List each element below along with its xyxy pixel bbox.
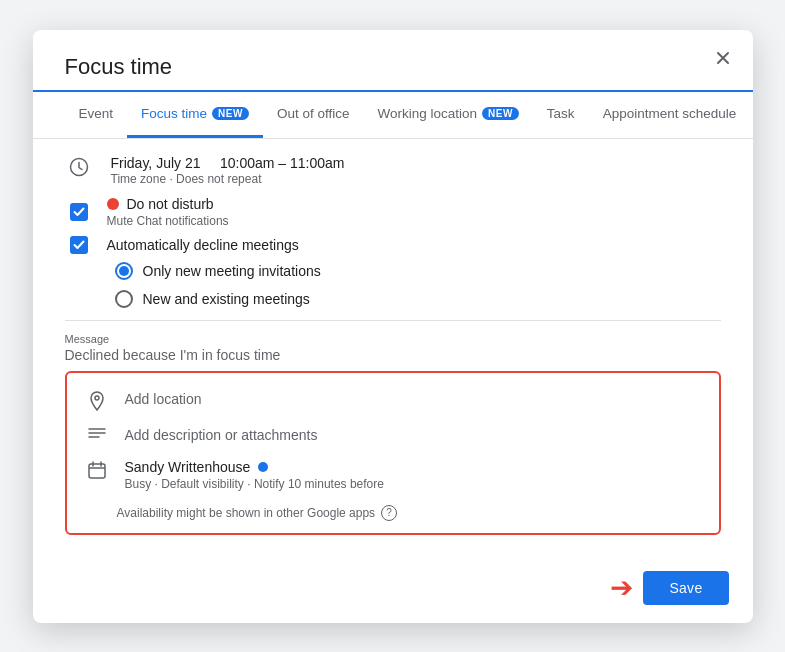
message-text: Declined because I'm in focus time xyxy=(65,347,721,363)
tab-focus-time[interactable]: Focus time NEW xyxy=(127,92,263,138)
radio-new-existing[interactable]: New and existing meetings xyxy=(115,290,721,308)
location-icon xyxy=(83,391,111,411)
decline-options: Only new meeting invitations New and exi… xyxy=(115,262,721,308)
add-location-label: Add location xyxy=(125,391,202,407)
svg-point-1 xyxy=(95,396,99,400)
description-icon xyxy=(83,427,111,443)
footer: ➔ Save xyxy=(33,561,753,623)
focus-time-new-badge: NEW xyxy=(212,107,249,120)
dialog: Focus time Event Focus time NEW Out of o… xyxy=(33,30,753,623)
help-icon[interactable]: ? xyxy=(381,505,397,521)
tab-out-of-office[interactable]: Out of office xyxy=(263,92,364,138)
arrow-icon: ➔ xyxy=(610,574,633,602)
divider-1 xyxy=(65,320,721,321)
message-section: Message Declined because I'm in focus ti… xyxy=(65,333,721,363)
add-description-label: Add description or attachments xyxy=(125,427,318,443)
tab-appointment-schedule[interactable]: Appointment schedule xyxy=(589,92,751,138)
dnd-status-dot xyxy=(107,198,119,210)
tab-event[interactable]: Event xyxy=(65,92,128,138)
close-button[interactable] xyxy=(707,42,739,74)
auto-decline-label: Automatically decline meetings xyxy=(107,237,299,253)
dnd-sub: Mute Chat notifications xyxy=(107,214,229,228)
user-status-dot xyxy=(258,462,268,472)
datetime-sub: Time zone · Does not repeat xyxy=(111,172,345,186)
svg-rect-2 xyxy=(89,464,105,478)
calendar-info: Sandy Writtenhouse Busy · Default visibi… xyxy=(125,459,384,491)
save-button[interactable]: Save xyxy=(643,571,728,605)
calendar-sub: Busy · Default visibility · Notify 10 mi… xyxy=(125,477,384,491)
tab-working-location[interactable]: Working location NEW xyxy=(363,92,532,138)
radio-only-new-inner xyxy=(119,266,129,276)
radio-new-existing-button[interactable] xyxy=(115,290,133,308)
radio-only-new-button[interactable] xyxy=(115,262,133,280)
auto-decline-row: Automatically decline meetings xyxy=(65,236,721,254)
availability-text: Availability might be shown in other Goo… xyxy=(117,506,376,520)
message-label: Message xyxy=(65,333,721,345)
tab-task[interactable]: Task xyxy=(533,92,589,138)
add-location-row[interactable]: Add location xyxy=(81,383,705,419)
radio-only-new[interactable]: Only new meeting invitations xyxy=(115,262,721,280)
auto-decline-checkbox[interactable] xyxy=(70,236,88,254)
do-not-disturb-checkbox[interactable] xyxy=(70,203,88,221)
datetime-display: Friday, July 21 10:00am – 11:00am xyxy=(111,155,345,171)
datetime-info: Friday, July 21 10:00am – 11:00am Time z… xyxy=(111,155,345,186)
calendar-row[interactable]: Sandy Writtenhouse Busy · Default visibi… xyxy=(81,451,705,499)
dialog-content: Friday, July 21 10:00am – 11:00am Time z… xyxy=(33,139,753,561)
dnd-label: Do not disturb xyxy=(127,196,214,212)
clock-icon xyxy=(65,155,93,177)
do-not-disturb-content: Do not disturb Mute Chat notifications xyxy=(107,196,229,228)
tab-bar: Event Focus time NEW Out of office Worki… xyxy=(33,92,753,139)
do-not-disturb-row: Do not disturb Mute Chat notifications xyxy=(65,196,721,228)
add-description-row[interactable]: Add description or attachments xyxy=(81,419,705,451)
details-box: Add location Add description or attachme… xyxy=(65,371,721,535)
working-location-new-badge: NEW xyxy=(482,107,519,120)
availability-row: Availability might be shown in other Goo… xyxy=(81,499,705,523)
datetime-row: Friday, July 21 10:00am – 11:00am Time z… xyxy=(65,155,721,186)
calendar-icon xyxy=(83,459,111,479)
calendar-user: Sandy Writtenhouse xyxy=(125,459,251,475)
dialog-title: Focus time xyxy=(33,30,753,92)
arrow-hint: ➔ xyxy=(610,574,633,602)
